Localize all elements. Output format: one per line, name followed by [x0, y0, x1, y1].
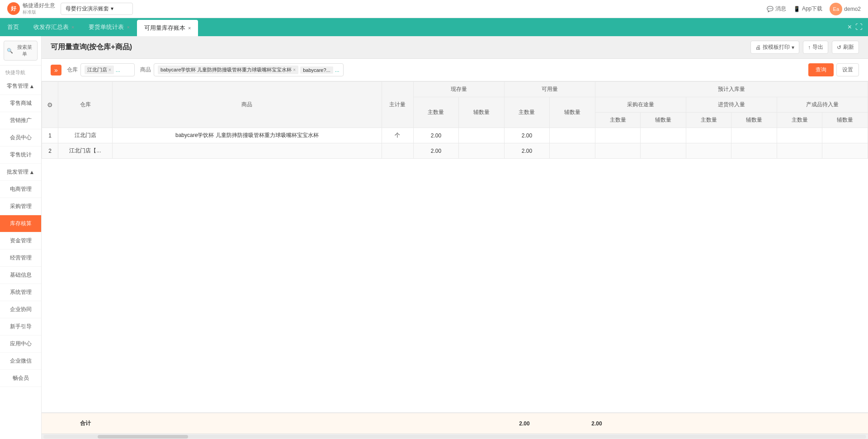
refresh-label: 刷新 — [843, 43, 854, 51]
sidebar-item-inventory[interactable]: 库存核算 — [0, 215, 41, 232]
sidebar-item-retail-mall[interactable]: 零售商城 — [0, 95, 41, 112]
ecommerce-label: 电商管理 — [10, 186, 32, 192]
cell-pt-aux-1 — [641, 143, 686, 159]
finance-label: 资金管理 — [10, 237, 32, 244]
expand-icon: ▲ — [29, 83, 35, 90]
app-download-btn[interactable]: 📱 App下载 — [793, 5, 822, 13]
cell-cur-main-0: 2.00 — [413, 128, 459, 143]
warehouse-tag-close[interactable]: × — [108, 67, 111, 72]
tab-available-stock[interactable]: 可用量库存账本 × — [137, 20, 198, 36]
user-area[interactable]: Ea demo2 — [830, 3, 861, 15]
sidebar-search: 🔍 搜索菜单 — [0, 36, 41, 66]
sidebar-item-wechat[interactable]: 企业微信 — [0, 353, 41, 370]
cell-product-0: babycare学饮杯 儿童防摔防撞吸管杯重力球吸嘴杯宝宝水杯 — [113, 128, 382, 143]
sidebar-item-marketing[interactable]: 营销推广 — [0, 112, 41, 129]
sidebar-item-retail-stats[interactable]: 零售统计 — [0, 146, 41, 164]
refresh-btn[interactable]: ↺ 刷新 — [832, 41, 859, 54]
scroll-bar-area[interactable] — [42, 434, 868, 439]
sidebar-item-ecommerce[interactable]: 电商管理 — [0, 181, 41, 198]
sidebar-item-purchase[interactable]: 采购管理 — [0, 198, 41, 215]
member-pro-label: 畅会员 — [13, 375, 29, 381]
system-label: 系统管理 — [10, 289, 32, 295]
message-btn[interactable]: 💬 消息 — [767, 5, 786, 13]
th-pp-aux: 辅数量 — [731, 113, 777, 128]
tab-order-close[interactable]: × — [127, 24, 129, 30]
cell-warehouse-1: 江北门店【... — [58, 143, 113, 159]
warehouse-more[interactable]: ... — [116, 67, 120, 73]
footer-pt-main — [651, 417, 687, 430]
sidebar-item-basic-info[interactable]: 基础信息 — [0, 267, 41, 284]
filter-expand-btn[interactable]: » — [51, 65, 61, 76]
th-settings[interactable]: ⚙ — [42, 82, 58, 128]
print-btn[interactable]: 🖨 按模板打印 ▾ — [750, 41, 799, 54]
search-menu-btn[interactable]: 🔍 搜索菜单 — [4, 41, 38, 61]
settings-btn[interactable]: 设置 — [836, 63, 859, 76]
column-settings-icon[interactable]: ⚙ — [47, 101, 53, 109]
product-input[interactable]: babycare学饮杯 儿童防摔防撞吸管杯重力球吸嘴杯宝宝水杯 × babyca… — [154, 63, 344, 76]
th-prod-aux: 辅数量 — [822, 113, 868, 128]
th-purchase-transit: 采购在途量 — [595, 97, 686, 113]
tab-bar-actions: × ⛶ — [842, 18, 868, 36]
tab-bar: 首页 收发存汇总表 × 要货单统计表 × 可用量库存账本 × × ⛶ — [0, 18, 868, 36]
sidebar-item-member-pro[interactable]: 畅会员 — [0, 370, 41, 387]
table-row: 1 江北门店 babycare学饮杯 儿童防摔防撞吸管杯重力球吸嘴杯宝宝水杯 个… — [42, 128, 868, 143]
product-tag1-close[interactable]: × — [293, 67, 296, 72]
footer-pp-main — [723, 417, 760, 430]
th-pt-aux: 辅数量 — [641, 113, 686, 128]
scroll-track[interactable] — [43, 435, 866, 439]
top-bar-left: 好 畅捷通好生意 标准版 母婴行业演示账套 ▾ — [7, 2, 133, 15]
tab-available-close[interactable]: × — [188, 25, 191, 31]
org-name: 母婴行业演示账套 — [66, 5, 109, 13]
top-bar-right: 💬 消息 📱 App下载 Ea demo2 — [767, 3, 861, 15]
tab-receive-close[interactable]: × — [71, 24, 74, 30]
tab-receive-summary[interactable]: 收发存汇总表 × — [26, 18, 81, 36]
cell-prod-main-0 — [777, 128, 822, 143]
sidebar-item-retail-mgmt[interactable]: 零售管理 ▲ — [0, 78, 41, 95]
th-available-aux: 辅数量 — [550, 97, 595, 128]
sidebar-item-operation[interactable]: 经营管理 — [0, 250, 41, 267]
footer-current-main: 2.00 — [506, 417, 542, 430]
sidebar-item-system[interactable]: 系统管理 — [0, 284, 41, 301]
top-bar: 好 畅捷通好生意 标准版 母婴行业演示账套 ▾ 💬 消息 📱 App下载 Ea … — [0, 0, 868, 18]
footer-table: 合计 2.00 2.00 — [42, 417, 868, 430]
scroll-thumb[interactable] — [98, 435, 188, 439]
operation-label: 经营管理 — [10, 255, 32, 261]
tab-order-stats[interactable]: 要货单统计表 × — [81, 18, 137, 36]
member-label: 会员中心 — [10, 134, 32, 141]
marketing-label: 营销推广 — [10, 117, 32, 123]
cell-pt-aux-0 — [641, 128, 686, 143]
sidebar-item-wholesale[interactable]: 批发管理 ▲ — [0, 164, 41, 181]
search-menu-label: 搜索菜单 — [15, 44, 34, 57]
warehouse-label: 仓库 — [67, 66, 78, 74]
tab-close-all[interactable]: × — [848, 23, 852, 31]
download-label: App下载 — [802, 5, 822, 13]
cell-unit-0: 个 — [382, 128, 413, 143]
sidebar-item-finance[interactable]: 资金管理 — [0, 232, 41, 250]
warehouse-input[interactable]: 江北门店 × ... — [80, 63, 135, 76]
th-current-aux: 辅数量 — [459, 97, 505, 128]
table-row: 2 江北门店【... 2.00 2.00 — [42, 143, 868, 159]
th-product: 商品 — [113, 82, 382, 128]
tab-fullscreen[interactable]: ⛶ — [855, 23, 863, 31]
sidebar-item-enterprise[interactable]: 企业协同 — [0, 301, 41, 318]
basic-info-label: 基础信息 — [10, 272, 32, 278]
user-name: demo2 — [844, 6, 861, 12]
content-area: 可用量查询(按仓库+商品) 🖨 按模板打印 ▾ ↑ 导出 ↺ 刷新 » — [42, 36, 868, 439]
table-footer: 合计 2.00 2.00 — [42, 412, 868, 434]
sidebar-item-guide[interactable]: 新手引导 — [0, 318, 41, 335]
table-container[interactable]: ⚙ 仓库 商品 主计量 现存量 可用量 预计入库量 主数量 辅数量 — [42, 81, 868, 412]
query-btn[interactable]: 查询 — [808, 63, 834, 76]
cell-prod-main-1 — [777, 143, 822, 159]
tab-home[interactable]: 首页 — [0, 18, 26, 36]
org-selector[interactable]: 母婴行业演示账套 ▾ — [61, 3, 133, 15]
product-more[interactable]: ... — [335, 67, 340, 73]
sidebar-item-member[interactable]: 会员中心 — [0, 129, 41, 146]
cell-avail-aux-1 — [550, 143, 595, 159]
cell-no-1: 2 — [42, 143, 58, 159]
footer-prod-aux — [832, 417, 868, 430]
export-btn[interactable]: ↑ 导出 — [803, 41, 828, 54]
cell-pp-main-1 — [686, 143, 731, 159]
footer-prod-main — [796, 417, 832, 430]
sidebar-item-app-center[interactable]: 应用中心 — [0, 335, 41, 353]
warehouse-tag: 江北门店 × — [85, 66, 114, 74]
